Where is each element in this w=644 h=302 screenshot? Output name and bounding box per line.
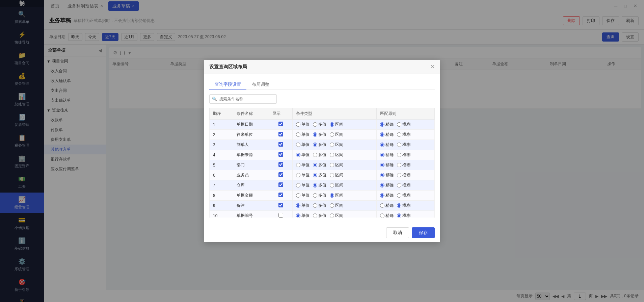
- type-radio-item[interactable]: 单值: [296, 152, 310, 158]
- match-radio-item[interactable]: 模糊: [397, 142, 410, 148]
- type-radio-item[interactable]: 单值: [296, 213, 310, 218]
- cell-condition-name: 往来单位: [233, 130, 269, 140]
- col-show: 显示: [269, 108, 293, 120]
- condition-search-input[interactable]: [209, 94, 277, 104]
- type-radio-item[interactable]: 单值: [296, 132, 310, 137]
- cell-show: [269, 130, 293, 140]
- show-checkbox[interactable]: [278, 182, 283, 187]
- cell-condition-name: 单据来源: [233, 150, 269, 160]
- type-radio-item[interactable]: 区间: [330, 203, 343, 208]
- show-checkbox[interactable]: [278, 152, 283, 157]
- cell-type: 单值多值区间: [293, 201, 377, 211]
- cell-show: [269, 211, 293, 218]
- type-radio-item[interactable]: 区间: [330, 162, 343, 168]
- type-radio-item[interactable]: 多值: [313, 193, 326, 198]
- type-radio-item[interactable]: 单值: [296, 193, 310, 198]
- show-checkbox[interactable]: [278, 162, 283, 167]
- type-radio-item[interactable]: 多值: [313, 122, 326, 127]
- show-checkbox[interactable]: [278, 172, 283, 177]
- match-radio-item[interactable]: 精确: [380, 152, 394, 158]
- settings-row: 7仓库单值多值区间精确模糊: [210, 180, 435, 191]
- settings-row: 5部门单值多值区间精确模糊: [210, 160, 435, 170]
- cell-match: 精确模糊: [377, 140, 435, 150]
- match-radio-item[interactable]: 精确: [380, 162, 394, 168]
- cell-order: 5: [210, 160, 233, 170]
- match-radio-item[interactable]: 精确: [380, 172, 394, 178]
- settings-row: 9备注单值多值区间精确模糊: [210, 201, 435, 211]
- cell-type: 单值多值区间: [293, 180, 377, 191]
- cell-type: 单值多值区间: [293, 211, 377, 218]
- modal-overlay[interactable]: 设置查询区域布局 ✕ 查询字段设置 布局调整 🔍 顺序: [0, 0, 644, 302]
- cell-type: 单值多值区间: [293, 170, 377, 180]
- type-radio-item[interactable]: 多值: [313, 142, 326, 148]
- type-radio-item[interactable]: 单值: [296, 172, 310, 178]
- cell-show: [269, 150, 293, 160]
- type-radio-item[interactable]: 单值: [296, 162, 310, 168]
- cell-type: 单值多值区间: [293, 120, 377, 130]
- type-radio-item[interactable]: 多值: [313, 152, 326, 158]
- match-radio-item[interactable]: 模糊: [397, 172, 410, 178]
- match-radio-item[interactable]: 模糊: [397, 193, 410, 198]
- match-radio-item[interactable]: 精确: [380, 203, 394, 208]
- modal-tab-query-fields[interactable]: 查询字段设置: [209, 79, 246, 90]
- settings-row: 4单据来源单值多值区间精确模糊: [210, 150, 435, 160]
- type-radio-item[interactable]: 多值: [313, 132, 326, 137]
- type-radio-item[interactable]: 区间: [330, 132, 343, 137]
- type-radio-item[interactable]: 区间: [330, 142, 343, 148]
- match-radio-item[interactable]: 精确: [380, 213, 394, 218]
- match-radio-item[interactable]: 模糊: [397, 203, 410, 208]
- type-radio-item[interactable]: 单值: [296, 203, 310, 208]
- cell-match: 精确模糊: [377, 201, 435, 211]
- type-radio-item[interactable]: 单值: [296, 122, 310, 127]
- settings-row: 6业务员单值多值区间精确模糊: [210, 170, 435, 180]
- modal-tab-layout[interactable]: 布局调整: [246, 79, 275, 90]
- match-radio-item[interactable]: 精确: [380, 142, 394, 148]
- type-radio-item[interactable]: 区间: [330, 172, 343, 178]
- type-radio-item[interactable]: 区间: [330, 122, 343, 127]
- cell-show: [269, 120, 293, 130]
- cell-show: [269, 191, 293, 201]
- show-checkbox[interactable]: [278, 193, 283, 197]
- match-radio-item[interactable]: 模糊: [397, 182, 410, 188]
- match-radio-item[interactable]: 模糊: [397, 162, 410, 168]
- cell-order: 7: [210, 180, 233, 191]
- settings-row: 10单据编号单值多值区间精确模糊: [210, 211, 435, 218]
- match-radio-item[interactable]: 精确: [380, 132, 394, 137]
- cell-match: 精确模糊: [377, 120, 435, 130]
- type-radio-item[interactable]: 区间: [330, 152, 343, 158]
- type-radio-item[interactable]: 多值: [313, 203, 326, 208]
- show-checkbox[interactable]: [278, 142, 283, 147]
- type-radio-item[interactable]: 区间: [330, 193, 343, 198]
- match-radio-item[interactable]: 精确: [380, 122, 394, 127]
- type-radio-item[interactable]: 区间: [330, 182, 343, 188]
- type-radio-item[interactable]: 多值: [313, 213, 326, 218]
- match-radio-item[interactable]: 精确: [380, 182, 394, 188]
- modal-header: 设置查询区域布局 ✕: [204, 60, 440, 74]
- type-radio-item[interactable]: 多值: [313, 172, 326, 178]
- match-radio-item[interactable]: 精确: [380, 193, 394, 198]
- type-radio-item[interactable]: 区间: [330, 213, 343, 218]
- match-radio-item[interactable]: 模糊: [397, 132, 410, 137]
- type-radio-item[interactable]: 单值: [296, 182, 310, 188]
- cancel-button[interactable]: 取消: [386, 227, 409, 238]
- cell-match: 精确模糊: [377, 170, 435, 180]
- match-radio-item[interactable]: 模糊: [397, 213, 410, 218]
- type-radio-item[interactable]: 多值: [313, 162, 326, 168]
- modal-close-button[interactable]: ✕: [430, 64, 435, 70]
- show-checkbox[interactable]: [278, 213, 283, 218]
- cell-match: 精确模糊: [377, 180, 435, 191]
- match-radio-item[interactable]: 模糊: [397, 122, 410, 127]
- show-checkbox[interactable]: [278, 203, 283, 207]
- show-checkbox[interactable]: [278, 132, 283, 136]
- match-radio-item[interactable]: 模糊: [397, 152, 410, 158]
- cell-condition-name: 制单人: [233, 140, 269, 150]
- modal-save-button[interactable]: 保存: [412, 227, 435, 238]
- cell-match: 精确模糊: [377, 211, 435, 218]
- cell-condition-name: 部门: [233, 160, 269, 170]
- col-type: 条件类型: [293, 108, 377, 120]
- type-radio-item[interactable]: 单值: [296, 142, 310, 148]
- show-checkbox[interactable]: [278, 122, 283, 126]
- cell-match: 精确模糊: [377, 150, 435, 160]
- type-radio-item[interactable]: 多值: [313, 182, 326, 188]
- settings-table-scroll: 顺序 条件名称 显示 条件类型 匹配原则 1单据日期单值多值区间精确模糊2往来单…: [209, 108, 435, 218]
